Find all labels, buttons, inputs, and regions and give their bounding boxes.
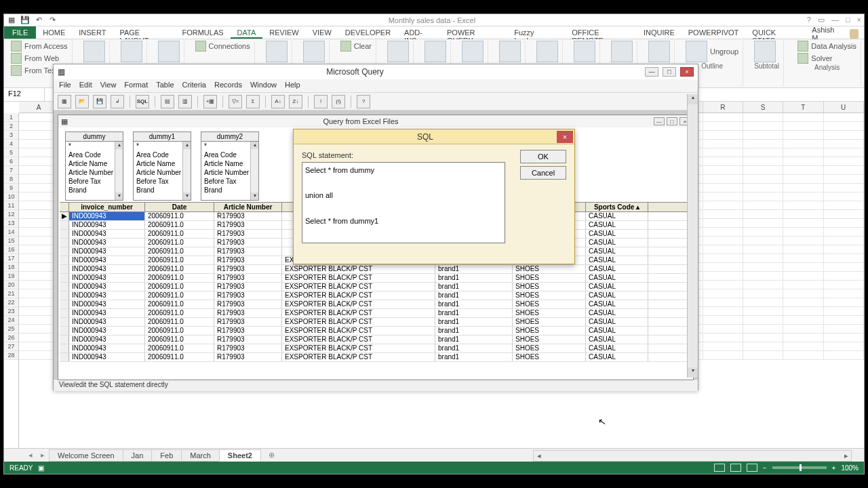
table-box[interactable]: dummy1*Area CodeArticle NameArticle Numb… bbox=[133, 131, 191, 201]
sort-desc-button[interactable]: Z↓ bbox=[289, 95, 302, 108]
zoom-out-icon[interactable]: − bbox=[763, 464, 767, 472]
cancel-button[interactable]: Cancel bbox=[520, 166, 566, 180]
maximize-icon[interactable]: □ bbox=[846, 16, 850, 24]
other-sources-button[interactable] bbox=[83, 41, 105, 62]
consolidate-button[interactable] bbox=[536, 41, 558, 62]
macro-record-icon[interactable]: ▣ bbox=[38, 464, 44, 472]
grid-column-header[interactable]: Date bbox=[145, 203, 214, 211]
ok-button[interactable]: OK bbox=[520, 150, 566, 163]
menu-edit[interactable]: Edit bbox=[79, 81, 92, 91]
show-criteria-button[interactable]: ▥ bbox=[178, 95, 192, 108]
row-header[interactable]: 2 bbox=[4, 122, 18, 131]
sheet-tab[interactable]: Sheet2 bbox=[219, 449, 261, 462]
row-header[interactable]: 22 bbox=[4, 298, 18, 307]
col-header[interactable]: R bbox=[703, 102, 743, 113]
row-header[interactable]: 17 bbox=[4, 254, 18, 263]
row-header[interactable]: 4 bbox=[4, 140, 18, 148]
sheet-tab[interactable]: Welcome Screen bbox=[49, 449, 123, 462]
menu-table[interactable]: Table bbox=[156, 81, 174, 91]
save-icon[interactable]: 💾 bbox=[20, 16, 30, 25]
table-box[interactable]: dummy*Area CodeArticle NameArticle Numbe… bbox=[65, 131, 123, 201]
subtotal-button[interactable] bbox=[754, 41, 776, 62]
ungroup-button[interactable] bbox=[686, 41, 707, 62]
field-scrollbar[interactable]: ▴▾ bbox=[115, 142, 123, 200]
ribbon-tab-quick-stats[interactable]: QUICK STATS bbox=[745, 26, 805, 39]
name-box[interactable]: F12 bbox=[4, 88, 45, 101]
ribbon-tab-add-ins[interactable]: ADD-INS bbox=[397, 26, 440, 39]
scroll-down-icon[interactable]: ▾ bbox=[688, 367, 698, 378]
auto-query-button[interactable]: (!) bbox=[332, 95, 345, 108]
criteria-equals-button[interactable]: ▽= bbox=[229, 95, 242, 108]
ribbon-tab-data[interactable]: DATA bbox=[231, 26, 263, 39]
ribbon-tab-powerpivot[interactable]: POWERPIVOT bbox=[682, 26, 746, 39]
return-data-button[interactable]: ↲ bbox=[111, 95, 124, 108]
from-web-button[interactable]: From Web bbox=[11, 53, 68, 64]
row-header[interactable]: 20 bbox=[4, 281, 18, 289]
row-header[interactable]: 7 bbox=[4, 166, 18, 175]
zoom-in-icon[interactable]: + bbox=[832, 464, 836, 472]
row-header[interactable]: 28 bbox=[4, 351, 18, 360]
table-row[interactable]: IND00094320060911.0R179903EXSPORTER BLAC… bbox=[60, 265, 692, 274]
close-icon[interactable]: × bbox=[857, 16, 861, 24]
file-tab[interactable]: FILE bbox=[4, 26, 36, 39]
ribbon-tab-formulas[interactable]: FORMULAS bbox=[175, 26, 230, 39]
row-header[interactable]: 1 bbox=[4, 113, 18, 122]
data-validation-button[interactable] bbox=[499, 41, 521, 62]
msquery-minimize-icon[interactable]: — bbox=[645, 67, 658, 77]
menu-criteria[interactable]: Criteria bbox=[182, 81, 206, 91]
ribbon-tab-review[interactable]: REVIEW bbox=[262, 26, 305, 39]
table-row[interactable]: IND00094320060911.0R179903EXSPORTER BLAC… bbox=[60, 327, 692, 336]
table-row[interactable]: IND00094320060911.0R179903EXSPORTER BLAC… bbox=[60, 283, 692, 291]
sort-button[interactable] bbox=[266, 41, 288, 62]
row-header[interactable]: 27 bbox=[4, 342, 18, 351]
from-access-button[interactable]: From Access bbox=[11, 41, 68, 52]
table-row[interactable]: IND00094320060911.0R179903EXSPORTER BLAC… bbox=[60, 291, 692, 300]
table-row[interactable]: IND00094320060911.0R179903EXSPORTER BLAC… bbox=[60, 336, 692, 344]
sheet-tab[interactable]: Feb bbox=[151, 449, 182, 462]
scroll-right-icon[interactable]: ▸ bbox=[841, 451, 851, 460]
field-scrollbar[interactable]: ▴▾ bbox=[182, 142, 191, 200]
help-icon[interactable]: ? bbox=[807, 16, 811, 24]
row-header[interactable]: 16 bbox=[4, 245, 18, 254]
filter-button[interactable] bbox=[303, 41, 325, 62]
solver-button[interactable]: Solver bbox=[797, 53, 856, 64]
sql-statement-input[interactable] bbox=[302, 162, 505, 243]
relationships-button[interactable] bbox=[611, 41, 633, 62]
table-row[interactable]: IND00094320060911.0R179903EXSPORTER BLAC… bbox=[60, 353, 692, 362]
zoom-slider[interactable] bbox=[772, 466, 827, 469]
ribbon-tab-page-layout[interactable]: PAGE LAYOUT bbox=[113, 26, 175, 39]
col-header[interactable]: S bbox=[743, 102, 783, 113]
sheet-tab[interactable]: Jan bbox=[123, 449, 153, 462]
connections-button[interactable]: Connections bbox=[195, 41, 250, 52]
totals-button[interactable]: Σ bbox=[246, 95, 260, 108]
sheet-nav-prev[interactable]: ◂ bbox=[24, 451, 37, 460]
help-button[interactable]: ? bbox=[357, 95, 370, 108]
refresh-all-button[interactable] bbox=[158, 41, 180, 62]
whatif-button[interactable] bbox=[574, 41, 595, 62]
scroll-up-icon[interactable]: ▴ bbox=[688, 94, 698, 104]
col-header[interactable]: T bbox=[783, 102, 823, 113]
grid-column-header[interactable]: invoice_number bbox=[69, 203, 145, 211]
row-header[interactable]: 15 bbox=[4, 237, 18, 245]
row-header[interactable]: 3 bbox=[4, 131, 18, 140]
text-to-columns-button[interactable] bbox=[387, 41, 409, 62]
sheet-nav-next[interactable]: ▸ bbox=[37, 451, 49, 460]
table-row[interactable]: IND00094320060911.0R179903EXSPORTER BLAC… bbox=[60, 344, 692, 353]
ribbon-tab-power-query[interactable]: POWER QUERY bbox=[440, 26, 507, 39]
row-header[interactable]: 8 bbox=[4, 175, 18, 184]
row-header[interactable]: 11 bbox=[4, 201, 18, 210]
grid-column-header[interactable]: Article Number bbox=[214, 203, 282, 211]
row-header[interactable]: 5 bbox=[4, 148, 18, 157]
row-header[interactable]: 25 bbox=[4, 325, 18, 333]
row-header[interactable]: 6 bbox=[4, 157, 18, 166]
existing-connections-button[interactable] bbox=[121, 41, 142, 62]
child-maximize-icon[interactable]: □ bbox=[667, 117, 677, 125]
scroll-left-icon[interactable]: ◂ bbox=[534, 451, 544, 460]
open-query-button[interactable]: 📂 bbox=[75, 95, 89, 108]
save-query-button[interactable]: 💾 bbox=[93, 95, 106, 108]
view-pagebreak-icon[interactable] bbox=[747, 464, 757, 472]
row-header[interactable]: 24 bbox=[4, 316, 18, 325]
ribbon-tab-view[interactable]: VIEW bbox=[306, 26, 338, 39]
grid-column-header[interactable]: Sports Code ▴ bbox=[586, 203, 648, 211]
ribbon-tab-developer[interactable]: DEVELOPER bbox=[338, 26, 397, 39]
